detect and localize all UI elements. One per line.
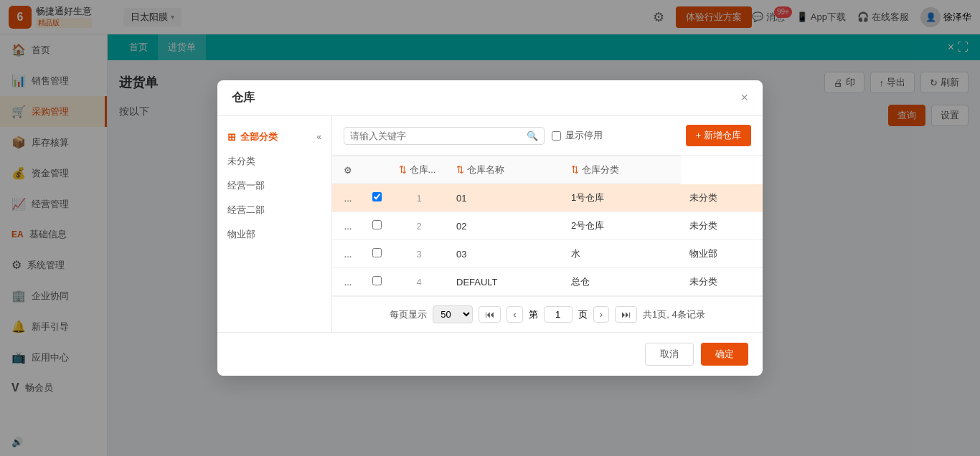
row-checkbox-cell	[364, 212, 390, 240]
all-categories-label: 全部分类	[240, 130, 278, 143]
row-checkbox[interactable]	[372, 248, 382, 257]
row-num: 3	[390, 240, 448, 268]
table-header-row: ⚙ ⇅ 仓库... ⇅ 仓库名称 ⇅ 仓库分类	[332, 156, 763, 184]
last-page-button[interactable]: ⏭	[615, 306, 637, 323]
search-bar: 🔍 显示停用 + 新增仓库	[332, 116, 763, 156]
modal-title: 仓库	[232, 90, 255, 105]
per-page-label: 每页显示	[390, 308, 427, 321]
page-label: 第	[529, 308, 538, 321]
warehouse-table-wrap: ⚙ ⇅ 仓库... ⇅ 仓库名称 ⇅ 仓库分类 ... 1 01 1号仓库 未分…	[332, 156, 763, 296]
col-name: ⇅ 仓库名称	[448, 156, 562, 184]
row-gear: ...	[332, 240, 364, 268]
row-checkbox-cell	[364, 268, 390, 296]
pagination: 每页显示 50 20 100 ⏮ ‹ 第 页 › ⏭ 共1页, 4条记录	[332, 296, 763, 332]
warehouse-right-panel: 🔍 显示停用 + 新增仓库 ⚙ ⇅ 仓库... ⇅ 仓库名称 ⇅ 仓库分类	[332, 116, 763, 332]
grid-icon: ⊞	[227, 131, 236, 143]
category-property[interactable]: 物业部	[217, 222, 331, 247]
col-checkbox	[364, 156, 390, 184]
row-category: 未分类	[681, 184, 763, 212]
all-categories-header[interactable]: ⊞ 全部分类 «	[217, 125, 331, 149]
table-row[interactable]: ... 2 02 2号仓库 未分类	[332, 212, 763, 240]
row-checkbox-cell	[364, 184, 390, 212]
category-unclassified[interactable]: 未分类	[217, 149, 331, 174]
category-dept1[interactable]: 经营一部	[217, 174, 331, 198]
row-name: 总仓	[562, 268, 681, 296]
row-checkbox[interactable]	[372, 220, 382, 229]
row-gear: ...	[332, 184, 364, 212]
row-num: 1	[390, 184, 448, 212]
modal-close-button[interactable]: ×	[740, 90, 748, 105]
table-row[interactable]: ... 3 03 水 物业部	[332, 240, 763, 268]
row-code: 01	[448, 184, 562, 212]
next-page-button[interactable]: ›	[593, 306, 609, 323]
row-code: DEFAULT	[448, 268, 562, 296]
search-input-wrap: 🔍	[344, 127, 545, 145]
table-row[interactable]: ... 1 01 1号仓库 未分类	[332, 184, 763, 212]
warehouse-modal: 仓库 × ⊞ 全部分类 « 未分类 经营一部 经营二部 物业部 🔍	[217, 80, 763, 376]
per-page-select[interactable]: 50 20 100	[433, 305, 473, 323]
col-code: ⇅ 仓库...	[390, 156, 448, 184]
row-num: 4	[390, 268, 448, 296]
warehouse-table: ⚙ ⇅ 仓库... ⇅ 仓库名称 ⇅ 仓库分类 ... 1 01 1号仓库 未分…	[332, 156, 763, 296]
col-category: ⇅ 仓库分类	[562, 156, 681, 184]
cancel-button[interactable]: 取消	[645, 343, 694, 366]
modal-body: ⊞ 全部分类 « 未分类 经营一部 经营二部 物业部 🔍 显示停用 +	[217, 116, 763, 332]
category-dept2[interactable]: 经营二部	[217, 198, 331, 222]
show-disabled-label[interactable]: 显示停用	[552, 129, 603, 142]
row-code: 03	[448, 240, 562, 268]
modal-footer: 取消 确定	[217, 332, 763, 376]
row-name: 2号仓库	[562, 212, 681, 240]
modal-header: 仓库 ×	[217, 80, 763, 116]
row-checkbox-cell	[364, 240, 390, 268]
category-panel: ⊞ 全部分类 « 未分类 经营一部 经营二部 物业部	[217, 116, 332, 332]
page-input[interactable]	[544, 306, 573, 323]
row-gear: ...	[332, 268, 364, 296]
search-input[interactable]	[350, 130, 527, 141]
row-category: 未分类	[681, 212, 763, 240]
row-category: 未分类	[681, 268, 763, 296]
show-disabled-checkbox[interactable]	[552, 131, 561, 141]
row-num: 2	[390, 212, 448, 240]
prev-page-button[interactable]: ‹	[507, 306, 522, 323]
page-suffix: 页	[578, 308, 588, 321]
page-total: 共1页, 4条记录	[643, 308, 705, 321]
add-warehouse-button[interactable]: + 新增仓库	[686, 125, 751, 146]
first-page-button[interactable]: ⏮	[479, 306, 501, 323]
confirm-button[interactable]: 确定	[701, 343, 748, 366]
row-gear: ...	[332, 212, 364, 240]
row-name: 1号仓库	[562, 184, 681, 212]
row-code: 02	[448, 212, 562, 240]
row-checkbox[interactable]	[372, 192, 382, 201]
table-row[interactable]: ... 4 DEFAULT 总仓 未分类	[332, 268, 763, 296]
search-icon[interactable]: 🔍	[527, 130, 538, 141]
row-checkbox[interactable]	[372, 276, 382, 285]
row-name: 水	[562, 240, 681, 268]
col-gear[interactable]: ⚙	[332, 156, 364, 184]
row-category: 物业部	[681, 240, 763, 268]
collapse-icon[interactable]: «	[316, 132, 321, 142]
